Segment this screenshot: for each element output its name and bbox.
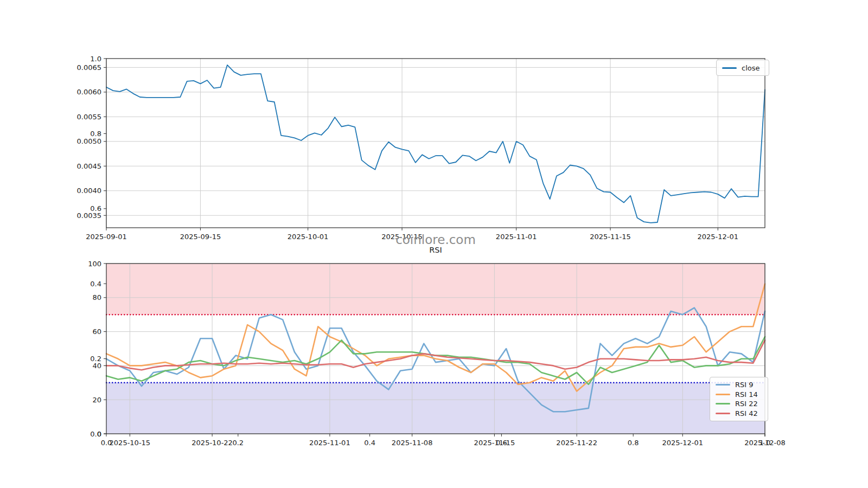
tick-label: 2025-11-01	[496, 233, 537, 241]
overbought-band	[106, 264, 765, 314]
tick-label: 80	[92, 293, 101, 301]
tick-label: 2025-12-01	[698, 233, 739, 241]
legend-line-swatch	[722, 67, 737, 69]
legend-item: RSI 9	[716, 380, 762, 390]
tick-label: 0.0	[90, 430, 101, 438]
tick-label: 1.0	[90, 55, 101, 63]
legend-label: RSI 9	[735, 381, 754, 389]
legend-item: RSI 42	[716, 409, 762, 419]
tick-label: 60	[92, 328, 101, 336]
tick-label: 100	[88, 260, 101, 268]
series-close	[106, 65, 765, 223]
tick-label: 0.0065	[77, 63, 102, 72]
legend-line-swatch	[716, 413, 730, 414]
tick-label: 2025-11-15	[590, 233, 631, 241]
legend-rsi: RSI 9RSI 14RSI 22RSI 42	[710, 377, 768, 421]
tick-label: 0.2	[90, 355, 101, 363]
legend-label: close	[742, 64, 760, 72]
tick-label: 2025-11-22	[556, 439, 597, 447]
tick-label: 0.6	[496, 439, 507, 447]
tick-label: 0.6	[90, 204, 101, 213]
tick-label: 0.8	[90, 130, 101, 138]
tick-label: 0.0050	[77, 137, 102, 145]
tick-label: 2025-12-01	[662, 439, 703, 447]
tick-label: 20	[92, 396, 101, 404]
legend-item: RSI 14	[716, 390, 762, 400]
legend-label: RSI 14	[735, 390, 758, 399]
tick-label: 2025-10-22	[192, 439, 233, 447]
tick-label: 0.0060	[77, 88, 102, 96]
legend-item: RSI 22	[716, 399, 762, 409]
chart-figure: 0.00650.00600.00550.00500.00450.00400.00…	[0, 0, 868, 488]
tick-label: 2025-09-01	[86, 233, 127, 241]
watermark: coinlore.com	[395, 233, 476, 247]
legend-line-swatch	[716, 384, 730, 386]
tick-label: 0.4	[364, 439, 375, 447]
tick-label: 0.8	[628, 439, 639, 447]
tick-label: 2025-11-01	[309, 439, 350, 447]
tick-label: 0.0045	[77, 162, 102, 170]
legend-line-swatch	[716, 403, 730, 404]
legend-label: RSI 42	[735, 409, 758, 418]
tick-label: 0.0	[101, 439, 112, 447]
tick-label: 40	[92, 362, 101, 370]
oversold-band	[106, 383, 765, 434]
tick-label: 0.0055	[77, 113, 102, 121]
tick-label: 0.2	[232, 439, 244, 447]
tick-label: 2025-09-15	[180, 233, 221, 241]
legend-line-swatch	[716, 394, 730, 395]
tick-label: 2025-10-01	[288, 233, 329, 241]
plot-border	[106, 59, 765, 228]
legend-item: close	[722, 63, 763, 73]
legend-label: RSI 22	[735, 400, 758, 408]
legend-close: close	[716, 60, 769, 76]
tick-label: 1.0	[760, 439, 771, 447]
tick-label: 0.4	[90, 280, 101, 288]
tick-label: 2025-11-15	[474, 439, 515, 447]
tick-label: 0.0040	[77, 187, 102, 195]
tick-label: 2025-11-08	[392, 439, 433, 447]
tick-label: 2025-10-15	[110, 439, 151, 447]
rsi-chart-title: RSI	[429, 246, 442, 254]
